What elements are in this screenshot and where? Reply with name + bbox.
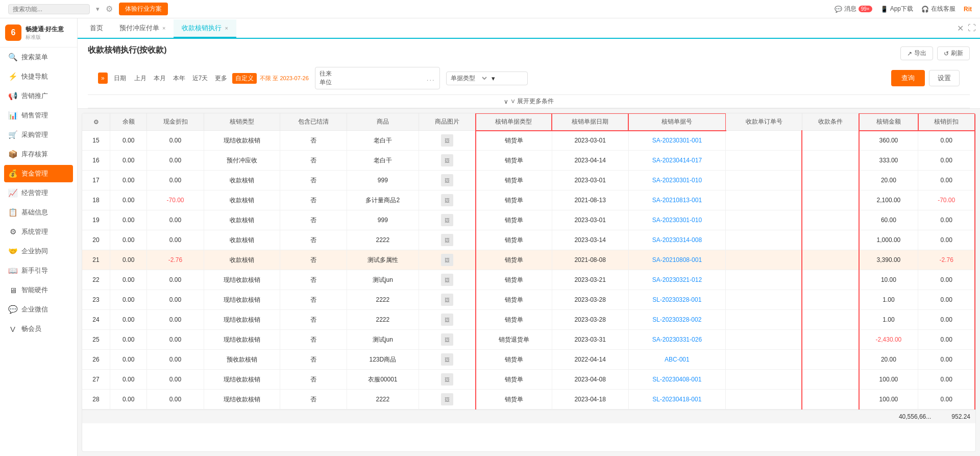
cell-bill-no[interactable]: SA-20230301-010 <box>628 210 726 230</box>
gear-icon[interactable]: ⚙ <box>106 4 113 14</box>
cell-bill-no[interactable]: SA-20210808-001 <box>628 250 726 270</box>
cell-bill-type: 销货单 <box>476 210 552 230</box>
table-body: 15 0.00 0.00 现结收款核销 否 老白干 🖼 销货单 2023-03-… <box>82 131 975 410</box>
bill-no-link[interactable]: ABC-001 <box>665 356 690 363</box>
sidebar-item-11[interactable]: 📖新手引导 <box>0 261 77 280</box>
bill-no-link[interactable]: SA-20230301-010 <box>652 177 702 184</box>
filter-partner-field[interactable]: 往来单位 ... <box>315 67 440 89</box>
cell-discount: 0.00 <box>147 210 204 230</box>
tab-writeoff-close[interactable]: × <box>225 25 228 31</box>
bill-no-link[interactable]: SL-20230408-001 <box>652 376 701 383</box>
sidebar-item-8[interactable]: 📋基础信息 <box>0 203 77 222</box>
col-writeoff-discount: 核销折扣 <box>918 113 975 131</box>
cell-bill-no[interactable]: SL-20230328-002 <box>628 310 726 330</box>
top-search-input[interactable] <box>8 4 90 14</box>
sidebar-item-10[interactable]: 🤝企业协同 <box>0 242 77 261</box>
footer-total-amount: 40,556,66... <box>899 413 931 420</box>
sidebar-item-12[interactable]: 🖥智能硬件 <box>0 280 77 300</box>
cell-included: 否 <box>280 230 347 250</box>
table-container: ⚙ 余额 现金折扣 核销类型 包含已结清 商品 商品图片 核销单据类型 核销单据… <box>82 113 976 452</box>
bill-no-link[interactable]: SL-20230328-001 <box>652 296 701 303</box>
filter-billtype-field[interactable]: 单据类型 ▾ <box>446 71 528 85</box>
filter-partner-input[interactable] <box>340 75 423 82</box>
filter-expand-btn[interactable]: » <box>98 73 108 84</box>
user-name[interactable]: Rit <box>964 6 972 13</box>
cell-bill-type: 销货单 <box>476 250 552 270</box>
bill-no-link[interactable]: SL-20230328-002 <box>652 316 701 323</box>
sidebar-item-0[interactable]: 🔍搜索菜单 <box>0 47 77 67</box>
filter-billtype-select[interactable] <box>478 74 488 82</box>
sidebar-item-7[interactable]: 📈经营管理 <box>0 183 77 203</box>
cell-discount: 0.00 <box>147 350 204 370</box>
cell-bill-no[interactable]: SA-20230321-012 <box>628 270 726 290</box>
tab-prepayment-close[interactable]: × <box>162 25 165 31</box>
bill-no-link[interactable]: SA-20230301-001 <box>652 137 702 144</box>
expand-window-icon[interactable]: ⛶ <box>968 23 976 33</box>
bill-no-link[interactable]: SA-20230321-012 <box>652 276 702 283</box>
cell-bill-no[interactable]: SA-20230301-010 <box>628 171 726 190</box>
cell-bill-no[interactable]: SA-20230314-008 <box>628 230 726 250</box>
sidebar-label-8: 基础信息 <box>21 208 48 217</box>
date-this-year[interactable]: 本年 <box>171 73 187 84</box>
close-window-icon[interactable]: ✕ <box>957 23 964 33</box>
bill-no-link[interactable]: SA-20210813-001 <box>652 197 702 204</box>
app-download-btn[interactable]: 📱 App下载 <box>880 5 913 13</box>
search-btn[interactable]: 查询 <box>891 70 925 86</box>
tab-prepayment[interactable]: 预付冲应付单 × <box>111 19 174 38</box>
sidebar-item-3[interactable]: 📊销售管理 <box>0 106 77 125</box>
sidebar-icon-12: 🖥 <box>8 285 17 295</box>
date-more[interactable]: 更多 <box>213 73 229 84</box>
cell-balance: 0.00 <box>110 290 147 310</box>
cell-bill-no[interactable]: SA-20230301-001 <box>628 131 726 151</box>
cell-product: 2222 <box>347 290 419 310</box>
online-service-btn[interactable]: 🎧 在线客服 <box>921 5 955 13</box>
refresh-btn[interactable]: ↺ 刷新 <box>937 46 970 60</box>
bill-no-link[interactable]: SA-20210808-001 <box>652 256 702 263</box>
message-area[interactable]: 💬 消息 99+ <box>835 5 872 13</box>
sidebar-item-2[interactable]: 📢营销推广 <box>0 86 77 106</box>
date-custom[interactable]: 自定义 <box>232 73 257 84</box>
expand-more-btn[interactable]: ∨ ∨ 展开更多条件 <box>504 97 554 106</box>
cell-bill-no[interactable]: SL-20230418-001 <box>628 390 726 410</box>
cell-type: 收款核销 <box>204 190 280 210</box>
cell-writeoff-discount: 0.00 <box>918 171 975 190</box>
export-btn[interactable]: ↗ 导出 <box>900 46 933 60</box>
date-7days[interactable]: 近7天 <box>190 73 210 84</box>
sidebar-item-1[interactable]: ⚡快捷导航 <box>0 67 77 86</box>
filter-settings-btn[interactable]: 设置 <box>929 70 960 86</box>
cell-bill-no[interactable]: SA-20210813-001 <box>628 190 726 210</box>
bill-no-link[interactable]: SL-20230418-001 <box>652 396 701 403</box>
cell-img: 🖼 <box>419 171 475 190</box>
sidebar-item-14[interactable]: V畅会员 <box>0 319 77 339</box>
cell-bill-no[interactable]: SL-20230408-001 <box>628 370 726 390</box>
cell-product: 123D商品 <box>347 350 419 370</box>
date-this-month[interactable]: 本月 <box>152 73 168 84</box>
col-balance: 余额 <box>110 113 147 131</box>
cell-discount: 0.00 <box>147 330 204 350</box>
expand-more-section: ∨ ∨ 展开更多条件 <box>88 95 970 108</box>
sidebar-item-6[interactable]: 💰资金管理 <box>4 165 73 182</box>
sidebar-item-13[interactable]: 💬企业微信 <box>0 300 77 319</box>
tab-writeoff[interactable]: 收款核销执行 × <box>174 19 236 38</box>
tab-home[interactable]: 首页 <box>82 19 111 37</box>
cell-bill-no[interactable]: SA-20230331-026 <box>628 330 726 350</box>
cell-bill-no[interactable]: SA-20230414-017 <box>628 151 726 171</box>
col-settings[interactable]: ⚙ <box>82 113 110 131</box>
refresh-icon: ↺ <box>944 50 949 57</box>
cell-bill-no[interactable]: ABC-001 <box>628 350 726 370</box>
sidebar-item-9[interactable]: ⚙系统管理 <box>0 222 77 242</box>
sidebar-item-4[interactable]: 🛒采购管理 <box>0 125 77 145</box>
date-last-month[interactable]: 上月 <box>132 73 149 84</box>
sidebar-label-9: 系统管理 <box>21 227 48 236</box>
bill-no-link[interactable]: SA-20230301-010 <box>652 217 702 224</box>
bill-no-link[interactable]: SA-20230331-026 <box>652 336 702 343</box>
industry-btn[interactable]: 体验行业方案 <box>119 3 168 15</box>
cell-bill-no[interactable]: SL-20230328-001 <box>628 290 726 310</box>
sidebar-item-5[interactable]: 📦库存核算 <box>0 145 77 164</box>
bill-no-link[interactable]: SA-20230414-017 <box>652 157 702 164</box>
cell-order-no <box>726 151 802 171</box>
bill-no-link[interactable]: SA-20230314-008 <box>652 236 702 244</box>
cell-num: 18 <box>82 190 110 210</box>
expand-more-label: ∨ 展开更多条件 <box>510 97 554 106</box>
dropdown-icon[interactable]: ▾ <box>96 5 100 13</box>
